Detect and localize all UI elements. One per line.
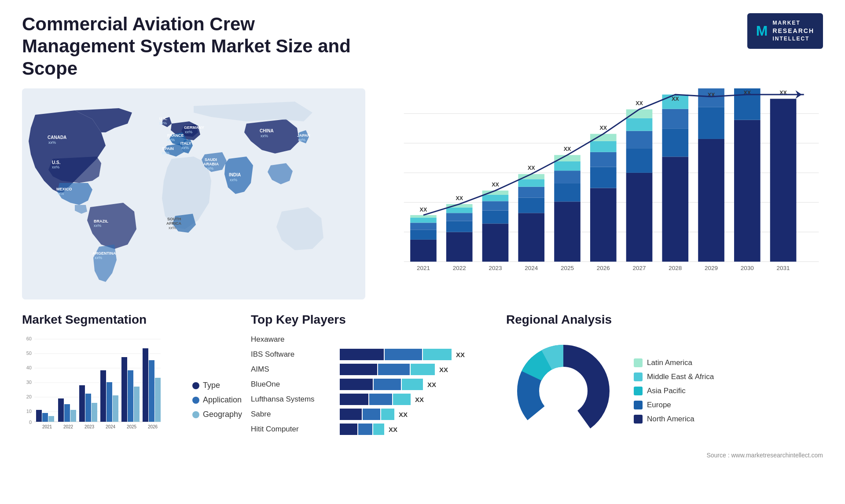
svg-rect-125	[134, 387, 140, 422]
logo-line1: MARKET	[772, 19, 814, 27]
legend-application: Application	[192, 395, 242, 405]
svg-text:2026: 2026	[148, 424, 158, 429]
logo-line2: RESEARCH	[772, 27, 814, 36]
svg-text:xx%: xx%	[230, 178, 237, 182]
player-lufthansa-bar: XX	[340, 394, 497, 405]
svg-text:XX: XX	[492, 182, 499, 188]
svg-text:xx%: xx%	[298, 138, 305, 142]
player-lufthansa: Lufthansa Systems XX	[251, 394, 497, 405]
svg-rect-33	[446, 208, 473, 213]
argentina-label: ARGENTINA	[92, 251, 116, 256]
regional-legend: Latin America Middle East & Africa Asia …	[634, 358, 714, 424]
legend-geography-label: Geography	[203, 410, 242, 419]
svg-rect-24	[410, 240, 437, 262]
legend-europe-color	[634, 401, 643, 409]
svg-rect-28	[410, 215, 437, 218]
world-map-svg: CANADA xx% U.S. xx% MEXICO xx% BRAZIL xx…	[22, 88, 365, 299]
svg-rect-26	[410, 223, 437, 230]
regional-title: Regional Analysis	[506, 313, 823, 327]
svg-rect-42	[518, 213, 544, 262]
regional-section: Regional Analysis	[506, 313, 823, 459]
svg-rect-38	[482, 201, 509, 211]
header: Commercial Aviation Crew Management Syst…	[22, 13, 823, 80]
svg-rect-129	[155, 378, 161, 422]
player-hitit-bar: XX	[340, 424, 497, 435]
svg-rect-54	[590, 188, 617, 262]
svg-rect-30	[446, 232, 473, 262]
safrica-label: SOUTH	[167, 217, 181, 221]
legend-application-label: Application	[203, 395, 242, 405]
brazil-label: BRAZIL	[94, 219, 108, 223]
svg-text:2023: 2023	[489, 265, 502, 271]
svg-rect-37	[482, 211, 509, 224]
svg-rect-61	[626, 148, 653, 173]
player-ibs-bar: XX	[340, 349, 497, 360]
spain-label: SPAIN	[162, 146, 174, 151]
logo-container: M MARKET RESEARCH INTELLECT	[747, 13, 823, 49]
svg-rect-39	[482, 195, 509, 201]
uk-label: U.K.	[159, 117, 167, 121]
legend-latin-america: Latin America	[634, 358, 714, 367]
svg-text:AFRICA: AFRICA	[166, 221, 181, 226]
player-sabre-bar: XX	[340, 409, 497, 420]
svg-rect-109	[48, 416, 54, 422]
bar-chart-svg: XX XX XX XX	[378, 88, 823, 299]
legend-geography-dot	[192, 411, 199, 418]
svg-rect-57	[590, 141, 617, 152]
player-hitit-name: Hitit Computer	[251, 425, 334, 434]
svg-text:20: 20	[26, 394, 32, 399]
donut-container	[506, 334, 621, 448]
svg-text:2029: 2029	[705, 265, 718, 271]
svg-text:2031: 2031	[777, 265, 790, 271]
france-label: FRANCE	[167, 133, 184, 138]
svg-rect-36	[482, 224, 509, 262]
svg-text:2027: 2027	[633, 265, 646, 271]
legend-mea: Middle East & Africa	[634, 373, 714, 381]
player-lufthansa-name: Lufthansa Systems	[251, 395, 334, 404]
svg-rect-71	[698, 139, 724, 262]
svg-rect-119	[100, 370, 106, 422]
svg-rect-44	[518, 187, 544, 198]
china-label: CHINA	[260, 128, 274, 133]
svg-rect-64	[626, 110, 653, 118]
svg-rect-75	[734, 120, 760, 262]
svg-rect-111	[58, 398, 64, 422]
regional-content: Latin America Middle East & Africa Asia …	[506, 334, 823, 448]
germany-label: GERMANY	[184, 125, 204, 130]
italy-label: ITALY	[180, 141, 191, 146]
mexico-label: MEXICO	[56, 187, 72, 191]
players-title: Top Key Players	[251, 313, 497, 327]
segmentation-section: Market Segmentation 60 50 40 30 20 10 0	[22, 313, 242, 459]
legend-north-america: North America	[634, 415, 714, 424]
svg-text:2021: 2021	[42, 424, 52, 429]
svg-rect-116	[85, 394, 91, 422]
svg-rect-115	[79, 385, 85, 422]
player-aims-bar: XX	[340, 364, 497, 375]
svg-text:40: 40	[26, 365, 32, 370]
svg-text:xx%: xx%	[48, 140, 56, 145]
svg-rect-112	[64, 404, 70, 422]
svg-rect-49	[554, 183, 580, 201]
player-blueone: BlueOne XX	[251, 379, 497, 390]
saudi-label: SAUDI	[205, 157, 217, 162]
svg-text:xx%: xx%	[94, 223, 101, 228]
svg-text:2023: 2023	[84, 424, 95, 429]
svg-text:2025: 2025	[561, 265, 574, 271]
legend-north-america-label: North America	[647, 415, 694, 424]
legend-mea-label: Middle East & Africa	[647, 373, 714, 381]
svg-rect-113	[70, 410, 76, 422]
svg-text:xx%: xx%	[169, 226, 176, 230]
svg-text:2030: 2030	[741, 265, 754, 271]
svg-text:2024: 2024	[525, 265, 538, 271]
japan-label: JAPAN	[297, 133, 310, 138]
svg-text:xx%: xx%	[159, 121, 167, 125]
legend-asia-label: Asia Pacific	[647, 387, 686, 395]
svg-text:xx%: xx%	[261, 134, 268, 138]
player-hitit: Hitit Computer XX	[251, 424, 497, 435]
svg-rect-48	[554, 201, 580, 262]
svg-rect-66	[662, 157, 688, 262]
logo-box: M MARKET RESEARCH INTELLECT	[747, 13, 823, 49]
player-hexaware-bar	[340, 334, 497, 345]
svg-rect-31	[446, 221, 473, 232]
svg-text:xx%: xx%	[95, 256, 102, 260]
